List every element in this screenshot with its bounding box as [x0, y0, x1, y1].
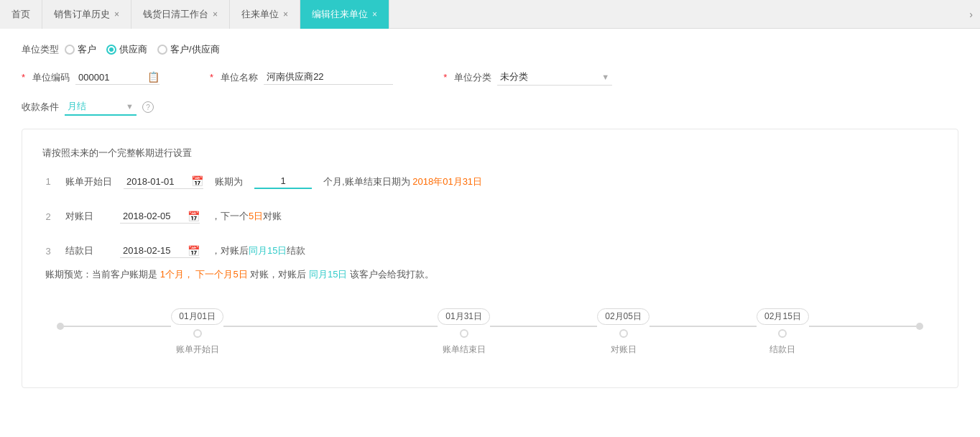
payment-group: 收款条件 月结 ▼ ?	[22, 98, 154, 116]
reconcile-date-input[interactable]	[120, 209, 185, 223]
timeline-end-dot	[916, 323, 923, 330]
unit-category-chevron-icon: ▼	[601, 73, 609, 81]
unit-name-input[interactable]	[264, 70, 393, 85]
timeline-node-3: 02月05日 对账日	[597, 308, 650, 356]
payment-chevron-icon: ▼	[126, 102, 134, 111]
close-tab-edit-partner[interactable]: ×	[372, 9, 377, 19]
period-num-2: 2	[42, 211, 54, 222]
unit-category-group: * 单位分类 未分类 ▼	[443, 69, 612, 86]
account-preview: 账期预览：当前客户账期是 1个月， 下一个月5日 对账，对账后 同月15日 该客…	[42, 268, 938, 281]
period-num-3: 3	[42, 246, 54, 257]
payment-date-input[interactable]	[120, 244, 185, 257]
period-end-date-highlight: 2018年01月31日	[412, 176, 482, 187]
tab-home[interactable]: 首页	[0, 0, 42, 29]
radio-circle-supplier	[106, 45, 116, 55]
node-label-1: 01月01日	[171, 308, 223, 325]
timeline-start-dot	[57, 323, 64, 330]
radio-circle-customer	[65, 45, 75, 55]
panel-title: 请按照未来的一个完整帐期进行设置	[42, 147, 938, 160]
timeline-node-2: 01月31日 账单结束日	[438, 308, 490, 356]
unit-code-copy-icon[interactable]: 📋	[147, 71, 160, 83]
tab-sales-order[interactable]: 销售订单历史 ×	[42, 0, 131, 29]
period-row2-suffix: ，下一个5日对账	[211, 210, 282, 223]
period-row-3: 3 结款日 📅 ，对账后同月15日结款	[42, 244, 938, 258]
unit-code-input[interactable]	[75, 70, 147, 84]
settings-panel: 请按照未来的一个完整帐期进行设置 1 账单开始日 📅 账期为 个月,账单结束日期…	[22, 129, 958, 388]
unit-category-select[interactable]: 未分类 ▼	[497, 69, 612, 86]
unit-category-label: 单位分类	[454, 71, 491, 84]
unit-code-group: * 单位编码 📋	[22, 70, 160, 85]
radio-label-both: 客户/供应商	[170, 43, 220, 56]
unit-name-label: 单位名称	[221, 71, 258, 84]
calendar-icon-3[interactable]: 📅	[188, 245, 200, 257]
timeline-node-4: 02月15日 结款日	[757, 308, 809, 356]
node-dot-1	[193, 329, 202, 338]
node-label-2: 01月31日	[438, 308, 490, 325]
start-date-input[interactable]	[124, 175, 188, 188]
tab-edit-partner[interactable]: 编辑往来单位 ×	[300, 0, 389, 29]
close-tab-partner[interactable]: ×	[283, 9, 288, 19]
node-dot-3	[619, 329, 628, 338]
timeline-node-1: 01月01日 账单开始日	[171, 308, 223, 356]
node-sublabel-3: 对账日	[611, 344, 637, 356]
tabs-scroll-right[interactable]: ›	[962, 9, 980, 20]
unit-type-label: 单位类型	[22, 43, 59, 56]
payment-help-icon[interactable]: ?	[142, 101, 154, 113]
unit-code-label: 单位编码	[32, 71, 70, 84]
timeline-connector-4	[809, 326, 916, 327]
unit-type-row: 单位类型 客户 供应商 客户/供应商	[22, 43, 958, 56]
period-month-input[interactable]	[254, 174, 312, 189]
radio-label-supplier: 供应商	[119, 43, 147, 56]
payment-day-highlight: 同月15日	[249, 245, 287, 256]
unit-name-group: * 单位名称	[210, 70, 393, 85]
node-label-4: 02月15日	[757, 308, 809, 325]
unit-code-input-wrap: 📋	[75, 70, 160, 85]
timeline-connector-3	[650, 326, 757, 327]
period-label-3: 结款日	[65, 244, 108, 257]
node-sublabel-4: 结款日	[769, 344, 795, 356]
node-label-3: 02月05日	[597, 308, 650, 325]
node-sublabel-2: 账单结束日	[443, 344, 486, 356]
period-label-1: 账单开始日	[65, 175, 112, 188]
unit-name-required: *	[210, 72, 213, 83]
main-content: 单位类型 客户 供应商 客户/供应商 * 单位编码	[0, 29, 980, 437]
node-dot-4	[778, 329, 787, 338]
timeline-connector-1	[223, 326, 438, 327]
payment-label: 收款条件	[22, 101, 59, 114]
radio-both[interactable]: 客户/供应商	[157, 43, 220, 56]
reconcile-day-highlight: 5日	[249, 211, 263, 221]
period-row-2: 2 对账日 📅 ，下一个5日对账	[42, 209, 938, 224]
tab-partner-unit[interactable]: 往来单位 ×	[230, 0, 300, 29]
period-suffix-after: 个月,账单结束日期为 2018年01月31日	[323, 175, 482, 188]
payment-row: 收款条件 月结 ▼ ?	[22, 98, 958, 116]
radio-supplier[interactable]: 供应商	[106, 43, 147, 56]
calendar-icon-2[interactable]: 📅	[188, 211, 200, 222]
preview-same15: 同月15日	[309, 269, 347, 280]
unit-cat-required: *	[443, 72, 447, 83]
radio-circle-both	[157, 45, 167, 55]
period-row3-suffix: ，对账后同月15日结款	[211, 244, 305, 257]
preview-day5: 下一个月5日	[195, 269, 247, 280]
unit-category-value: 未分类	[500, 70, 528, 83]
period-num-1: 1	[42, 176, 54, 187]
period-row-1: 1 账单开始日 📅 账期为 个月,账单结束日期为 2018年01月31日	[42, 174, 938, 189]
radio-customer[interactable]: 客户	[65, 43, 96, 56]
date-input-2: 📅	[120, 209, 200, 224]
unit-info-row: * 单位编码 📋 * 单位名称 * 单位分类 未分类 ▼	[22, 69, 958, 86]
payment-select[interactable]: 月结 ▼	[65, 98, 137, 116]
tabs-bar: 首页 销售订单历史 × 钱货日清工作台 × 往来单位 × 编辑往来单位 × ›	[0, 0, 980, 29]
unit-type-group: 单位类型 客户 供应商 客户/供应商	[22, 43, 220, 56]
calendar-icon-1[interactable]: 📅	[191, 175, 203, 187]
tab-cash-reconcile[interactable]: 钱货日清工作台 ×	[131, 0, 230, 29]
close-tab-sales-order[interactable]: ×	[114, 9, 119, 19]
period-label-2: 对账日	[65, 210, 108, 223]
date-input-3: 📅	[120, 244, 200, 258]
period-suffix-1: 账期为	[215, 175, 243, 188]
timeline-connector-0	[64, 326, 171, 327]
close-tab-cash[interactable]: ×	[213, 9, 218, 19]
node-dot-2	[460, 329, 468, 338]
date-input-1: 📅	[124, 175, 203, 189]
timeline-wrap: 01月01日 账单开始日 01月31日 账单结束日 02月05日	[42, 301, 938, 370]
node-sublabel-1: 账单开始日	[176, 344, 219, 356]
radio-label-customer: 客户	[78, 43, 96, 56]
